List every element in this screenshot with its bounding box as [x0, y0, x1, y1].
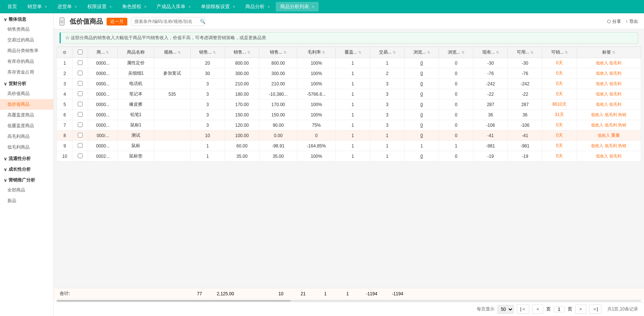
row-tags[interactable]: 低收入 重量 [577, 130, 641, 141]
share-button[interactable]: ⬡ 分享 [607, 18, 621, 25]
sidebar-item-低价值商品[interactable]: 低价值商品 [0, 99, 53, 110]
row-view1[interactable]: 0 [405, 110, 439, 120]
nav-item-产成品入库单[interactable]: 产成品入库单× [152, 2, 195, 11]
col-header-gross[interactable]: 毛利率 [297, 47, 336, 58]
row-checkbox[interactable] [78, 112, 83, 117]
sidebar-section-流通性分析[interactable]: ∨ 流通性分析 [0, 153, 53, 163]
row-checkbox[interactable] [78, 133, 83, 137]
nav-item-权限设置[interactable]: 权限设置× [83, 2, 116, 11]
per-page-select[interactable]: 50 [497, 305, 514, 314]
row-view1[interactable]: 0 [405, 89, 439, 99]
sidebar-item-低覆盖度商品[interactable]: 低覆盖度商品 [0, 120, 53, 131]
sidebar-item-高毛利商品[interactable]: 高毛利商品 [0, 131, 53, 142]
row-tags[interactable]: 低收入 低毛利 [577, 58, 641, 68]
view-link[interactable]: 0 [420, 102, 423, 107]
row-view1[interactable]: 0 [405, 79, 439, 89]
nav-close-进货单[interactable]: × [75, 5, 77, 9]
row-checkbox[interactable] [78, 122, 83, 127]
prev-page-button[interactable]: ＜ [532, 305, 543, 314]
sidebar-item-高覆盖度商品[interactable]: 高覆盖度商品 [0, 110, 53, 120]
next-page-button[interactable]: ＞ [575, 305, 586, 314]
nav-close-商品分析列表[interactable]: × [312, 5, 314, 9]
sidebar-item-商品分类销售率[interactable]: 商品分类销售率 [0, 45, 53, 56]
row-checkbox[interactable] [73, 89, 88, 99]
nav-close-产成品入库单[interactable]: × [188, 5, 191, 9]
view-link[interactable]: 0 [420, 154, 423, 159]
select-all-checkbox[interactable] [78, 50, 83, 54]
row-checkbox[interactable] [78, 91, 83, 96]
col-header-current[interactable]: 现有... [473, 47, 508, 58]
search-input[interactable] [131, 17, 205, 26]
nav-item-商品分析[interactable]: 商品分析× [241, 2, 274, 11]
sidebar-item-有库存的商品[interactable]: 有库存的商品 [0, 56, 53, 67]
row-checkbox[interactable] [73, 68, 88, 79]
sidebar-item-销售类商品[interactable]: 销售类商品 [0, 24, 53, 35]
col-header-available[interactable]: 可用... [508, 47, 542, 58]
page-input[interactable] [554, 306, 565, 312]
col-header-tags[interactable]: 标签 [577, 47, 641, 58]
sidebar-section-营销推广分析[interactable]: ∨ 营销推广分析 [0, 174, 53, 185]
view-link[interactable]: 0 [420, 61, 423, 66]
row-view1[interactable]: 0 [405, 151, 439, 162]
row-tags[interactable]: 低收入 低毛利 [577, 99, 641, 110]
row-view1[interactable]: 0 [405, 130, 439, 141]
row-tags[interactable]: 低收入 低毛利 热销 [577, 110, 641, 120]
nav-item-商品分析列表[interactable]: 商品分析列表× [276, 2, 319, 11]
nav-close-角色授权[interactable]: × [144, 5, 147, 9]
nav-close-权限设置[interactable]: × [110, 5, 112, 9]
row-tags[interactable]: 低收入 低毛利 [577, 68, 641, 79]
row-checkbox[interactable] [73, 120, 88, 130]
row-tags[interactable]: 低收入 低毛利 [577, 79, 641, 89]
row-checkbox[interactable] [78, 102, 83, 106]
row-checkbox[interactable] [78, 153, 83, 158]
row-view1[interactable]: 0 [405, 68, 439, 79]
col-header-sales1[interactable]: 销售... [190, 47, 225, 58]
view-link[interactable]: 0 [420, 112, 423, 118]
nav-item-角色授权[interactable]: 角色授权× [118, 2, 151, 11]
export-button[interactable]: ↑ 导出 [625, 18, 638, 25]
row-checkbox[interactable] [73, 58, 88, 68]
col-header-sales3[interactable]: 销售... [259, 47, 297, 58]
row-tags[interactable]: 低收入 低毛利 热销 [577, 141, 641, 151]
row-checkbox[interactable] [78, 81, 83, 86]
first-page-button[interactable]: |＜ [517, 305, 529, 314]
collapse-button[interactable]: « [60, 17, 64, 26]
col-header-saleable[interactable]: 可销... [542, 47, 577, 58]
sidebar-section-整体信息[interactable]: ∨ 整体信息 [0, 13, 53, 24]
sidebar-item-低毛利商品[interactable]: 低毛利商品 [0, 142, 53, 153]
sidebar-section-货财分析[interactable]: ∨ 货财分析 [0, 78, 53, 88]
nav-close-销货单[interactable]: × [45, 5, 47, 9]
nav-item-单据模板设置[interactable]: 单据模板设置× [197, 2, 239, 11]
gear-icon[interactable]: ⚙ [63, 50, 67, 55]
nav-item-销货单[interactable]: 销货单× [23, 2, 51, 11]
sidebar-item-全部商品[interactable]: 全部商品 [0, 185, 53, 196]
view-link[interactable]: 0 [420, 123, 423, 128]
col-header-view2[interactable]: 浏览... [439, 47, 473, 58]
col-header-name[interactable]: 商品名称 [118, 47, 154, 58]
col-header-code[interactable]: 商... [88, 47, 118, 58]
sidebar-item-高价值商品[interactable]: 高价值商品 [0, 88, 53, 99]
row-checkbox[interactable] [73, 110, 88, 120]
row-tags[interactable]: 低收入 低毛利 热销 [577, 120, 641, 130]
col-header-view1[interactable]: 浏览... [405, 47, 439, 58]
row-checkbox[interactable] [73, 79, 88, 89]
search-icon[interactable]: 🔍 [200, 19, 205, 24]
row-checkbox[interactable] [78, 60, 83, 65]
row-checkbox[interactable] [73, 151, 88, 162]
row-checkbox[interactable] [78, 71, 83, 75]
sidebar-section-成长性分析[interactable]: ∨ 成长性分析 [0, 163, 53, 174]
horizontal-scrollbar[interactable] [54, 299, 644, 302]
nav-close-商品分析[interactable]: × [268, 5, 270, 9]
nav-item-首页[interactable]: 首页 [3, 2, 21, 11]
row-tags[interactable]: 低收入 低毛利 [577, 151, 641, 162]
row-view1[interactable]: 0 [405, 58, 439, 68]
nav-close-单据模板设置[interactable]: × [233, 5, 235, 9]
col-header-sales2[interactable]: 销售... [225, 47, 259, 58]
row-checkbox[interactable] [78, 143, 83, 148]
row-tags[interactable]: 低收入 低毛利 [577, 89, 641, 99]
sidebar-item-库存资金占用[interactable]: 库存资金占用 [0, 67, 53, 78]
col-header-cover[interactable]: 覆盖... [336, 47, 370, 58]
row-checkbox[interactable] [73, 141, 88, 151]
view-link[interactable]: 0 [420, 81, 423, 86]
nav-item-进货单[interactable]: 进货单× [53, 2, 81, 11]
